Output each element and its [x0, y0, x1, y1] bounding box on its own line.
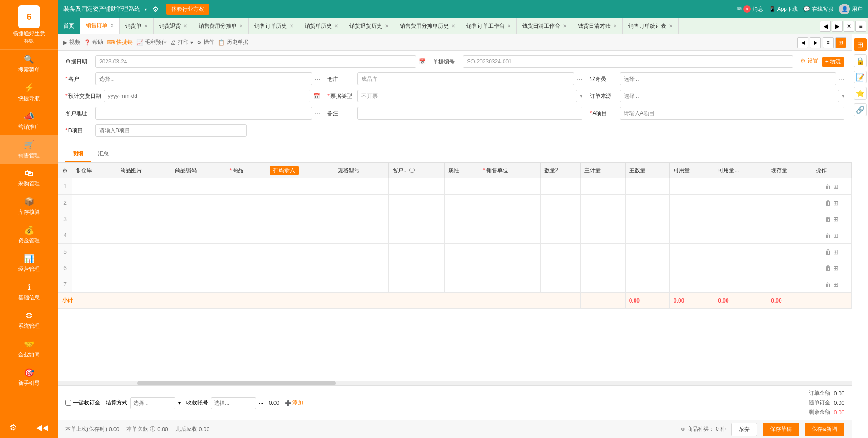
toolbar-nav-left[interactable]: ◀ [797, 37, 808, 48]
row-1-avail-qty2[interactable] [714, 178, 767, 195]
detail-tab-detail[interactable]: 明细 [65, 146, 91, 162]
tab-sales-order-history[interactable]: 销售订单历史 ✕ [249, 18, 299, 34]
save-draft-btn[interactable]: 保存草稿 [763, 423, 799, 436]
salesperson-input[interactable] [620, 72, 837, 85]
tab-close-sales-invoice[interactable]: ✕ [144, 24, 148, 29]
tab-daily-workbench[interactable]: 钱货日清工作台 ✕ [517, 18, 572, 34]
customer-address-input[interactable] [95, 107, 312, 120]
sidebar-collapse-btn[interactable]: ◀◀ [34, 421, 50, 434]
row-1-warehouse[interactable] [72, 178, 116, 195]
tab-sales-stats[interactable]: 销售订单统计表 ✕ [623, 18, 679, 34]
row-4-delete-btn[interactable]: 🗑 [825, 232, 831, 239]
row-5-delete-btn[interactable]: 🗑 [825, 248, 831, 255]
tab-close-all[interactable]: ✕ [844, 21, 854, 32]
warehouse-input[interactable] [357, 72, 574, 85]
delivery-date-input[interactable] [104, 90, 311, 102]
row-1-code[interactable] [171, 178, 226, 195]
toolbar-help[interactable]: ❓ 帮助 [84, 39, 103, 46]
row-1-main-qty[interactable] [625, 178, 669, 195]
industry-solution-btn[interactable]: 体验行业方案 [166, 4, 209, 15]
sidebar-item-operations[interactable]: 📊 经营管理 [0, 249, 58, 278]
tab-invoice-history[interactable]: 销货单历史 ✕ [299, 18, 344, 34]
tab-close-sales-return[interactable]: ✕ [184, 24, 187, 29]
sidebar-item-finance[interactable]: 💰 资金管理 [0, 221, 58, 249]
toolbar-operations[interactable]: ⚙ 操作 [197, 39, 214, 46]
tab-close-return-history[interactable]: ✕ [385, 24, 388, 29]
horizontal-scrollbar[interactable] [58, 381, 852, 385]
row-6-delete-btn[interactable]: 🗑 [825, 265, 831, 272]
sidebar-settings-btn[interactable]: ⚙ [8, 421, 19, 434]
tab-expense-history[interactable]: 销售费用分摊单历史 ✕ [394, 18, 461, 34]
sidebar-item-basic-info[interactable]: ℹ 基础信息 [0, 278, 58, 306]
col-settings-icon[interactable]: ⚙ [63, 168, 68, 174]
row-3-copy-btn[interactable]: ⊞ [833, 216, 839, 223]
sidebar-item-inventory[interactable]: 📦 库存核算 [0, 192, 58, 221]
row-7-delete-btn[interactable]: 🗑 [825, 281, 831, 288]
one-key-checkbox[interactable]: 一键收订金 [65, 399, 100, 407]
toolbar-shortcuts[interactable]: ⌨ 快捷键 [107, 39, 133, 46]
calendar-icon[interactable]: 📅 [419, 58, 426, 65]
tab-close-daily-workbench[interactable]: ✕ [563, 24, 567, 29]
right-float-form-btn[interactable]: ⊞ [854, 38, 867, 51]
toolbar-profit[interactable]: 📈 毛利预估 [136, 39, 167, 46]
toolbar-print[interactable]: 🖨 打印 ▾ [170, 39, 193, 46]
tab-home[interactable]: 首页 [58, 18, 80, 34]
add-item-btn[interactable]: + 物流 [822, 57, 844, 67]
delivery-calendar-icon[interactable]: 📅 [313, 93, 320, 99]
tab-close-order-history[interactable]: ✕ [290, 24, 293, 29]
a-project-input[interactable] [620, 107, 844, 120]
tab-grid-view[interactable]: ≡ [855, 21, 866, 32]
tab-sales-expense[interactable]: 销售费用分摊单 ✕ [193, 18, 249, 34]
row-4-copy-btn[interactable]: ⊞ [833, 232, 839, 239]
sidebar-item-sales[interactable]: 🛒 销售管理 [0, 135, 58, 164]
row-1-customer-code[interactable] [389, 178, 445, 195]
payment-dropdown-icon[interactable]: ▾ [178, 400, 181, 406]
row-7-copy-btn[interactable]: ⊞ [833, 281, 839, 288]
sidebar-item-system[interactable]: ⚙ 系统管理 [0, 306, 58, 335]
row-1-copy-btn[interactable]: ⊞ [833, 183, 839, 190]
tab-close-expense-history[interactable]: ✕ [451, 24, 455, 29]
row-3-delete-btn[interactable]: 🗑 [825, 216, 831, 223]
payment-method-input[interactable] [130, 397, 175, 409]
row-1-goods[interactable] [226, 178, 266, 195]
settings-btn[interactable]: ⚙ 设置 [800, 57, 818, 67]
save-new-btn[interactable]: 保存&新增 [805, 423, 844, 436]
row-1-attr[interactable] [445, 178, 479, 195]
toolbar-video[interactable]: ▶ 视频 [63, 39, 80, 46]
toolbar-grid-view[interactable]: ≡ [823, 37, 834, 48]
col-settings[interactable]: ⚙ [58, 163, 72, 178]
row-1-avail-qty[interactable] [670, 178, 714, 195]
invoice-type-arrow[interactable]: ▾ [580, 93, 582, 99]
order-source-arrow[interactable]: ▾ [842, 93, 844, 99]
right-float-link-btn[interactable]: 🔗 [854, 103, 867, 116]
scrollbar-thumb[interactable] [137, 381, 336, 385]
tab-close-sales-stats[interactable]: ✕ [669, 24, 673, 29]
online-service-btn[interactable]: 💬 在线客服 [803, 5, 834, 13]
tab-sales-return[interactable]: 销货退货 ✕ [154, 18, 193, 34]
sidebar-item-search[interactable]: 🔍 搜索菜单 [0, 50, 58, 78]
row-1-stock-qty[interactable] [767, 178, 812, 195]
right-float-lock-btn[interactable]: 🔒 [854, 54, 867, 67]
toolbar-nav-right[interactable]: ▶ [810, 37, 821, 48]
note-input[interactable] [357, 107, 582, 120]
tab-close-order-workbench[interactable]: ✕ [507, 24, 511, 29]
tab-close-sales-order[interactable]: ✕ [110, 23, 114, 28]
row-1-spec[interactable] [334, 178, 389, 195]
add-payment-btn[interactable]: ➕ 添加 [285, 399, 303, 407]
sidebar-item-enterprise[interactable]: 🤝 企业协同 [0, 335, 58, 363]
tab-nav-left[interactable]: ◀ [820, 21, 831, 32]
row-1-unit[interactable] [479, 178, 541, 195]
b-project-input[interactable] [95, 124, 247, 137]
sidebar-item-guide[interactable]: 🎯 新手引导 [0, 363, 58, 392]
order-source-input[interactable] [620, 90, 839, 102]
salesperson-more-icon[interactable]: ··· [839, 75, 844, 82]
row-2-copy-btn[interactable]: ⊞ [833, 199, 839, 207]
tab-sales-invoice[interactable]: 销货单 ✕ [120, 18, 154, 34]
warehouse-more-icon[interactable]: ··· [577, 75, 582, 82]
row-2-delete-btn[interactable]: 🗑 [825, 199, 831, 207]
address-more-icon[interactable]: ··· [315, 110, 320, 117]
row-1-image[interactable] [116, 178, 171, 195]
system-settings-icon[interactable]: ⚙ [152, 5, 159, 14]
bill-no-input[interactable] [463, 55, 793, 68]
right-float-notes-btn[interactable]: 📝 [854, 71, 867, 83]
